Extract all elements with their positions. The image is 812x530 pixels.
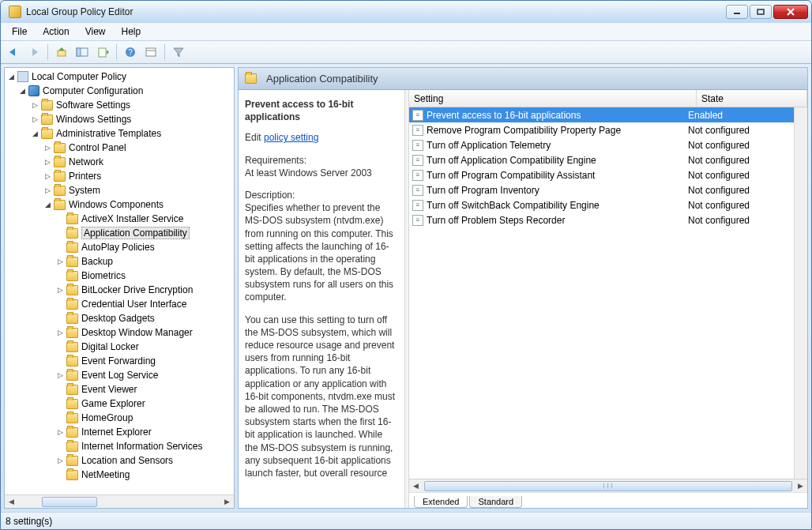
list-body[interactable]: ≡Prevent access to 16-bit applicationsEn… <box>409 107 794 479</box>
expand-icon[interactable]: ▷ <box>55 456 65 465</box>
tab-extended[interactable]: Extended <box>414 496 468 508</box>
scroll-left-icon[interactable]: ◀ <box>409 482 423 490</box>
tree-body[interactable]: ◢ Local Computer Policy ◢ Computer Confi… <box>5 68 234 494</box>
tree-item[interactable]: ▷Network <box>5 155 234 169</box>
list-row[interactable]: ≡Turn off Program InventoryNot configure… <box>409 182 794 197</box>
tree-software-settings[interactable]: ▷ Software Settings <box>5 98 234 112</box>
scroll-right-icon[interactable]: ▶ <box>794 482 807 490</box>
maximize-button[interactable] <box>750 5 772 19</box>
menu-file[interactable]: File <box>4 24 35 39</box>
list-row[interactable]: ≡Turn off Problem Steps RecorderNot conf… <box>409 212 794 227</box>
tree-item[interactable]: Biometrics <box>5 269 234 283</box>
expand-icon[interactable] <box>55 399 65 408</box>
expand-icon[interactable]: ▷ <box>43 143 52 152</box>
tree-item[interactable]: NetMeeting <box>5 468 234 482</box>
expand-icon[interactable] <box>55 356 65 366</box>
filter-button[interactable] <box>169 43 188 62</box>
scroll-left-icon[interactable]: ◀ <box>5 496 18 508</box>
tree-item[interactable]: Application Compatibility <box>5 226 234 240</box>
expand-icon[interactable] <box>55 342 65 351</box>
tree-item[interactable]: ▷Internet Explorer <box>5 425 234 439</box>
tree-item[interactable]: Credential User Interface <box>5 297 234 311</box>
tree-computer-config[interactable]: ◢ Computer Configuration <box>5 84 234 98</box>
tree-item[interactable]: ▷System <box>5 183 234 197</box>
tree-item[interactable]: Event Forwarding <box>5 354 234 368</box>
tree-item[interactable]: Game Explorer <box>5 397 234 411</box>
scroll-thumb[interactable] <box>424 481 792 491</box>
tree-item[interactable]: HomeGroup <box>5 411 234 425</box>
list-row[interactable]: ≡Turn off SwitchBack Compatibility Engin… <box>409 197 794 212</box>
list-row[interactable]: ≡Turn off Application TelemetryNot confi… <box>409 137 794 152</box>
expand-icon[interactable] <box>55 299 65 309</box>
expand-icon[interactable]: ▷ <box>43 171 52 181</box>
expand-icon[interactable]: ▷ <box>55 427 65 437</box>
collapse-icon[interactable]: ◢ <box>43 200 52 209</box>
tree-item[interactable]: ▷Control Panel <box>5 141 234 155</box>
tree-item[interactable]: ▷Event Log Service <box>5 368 234 382</box>
col-state[interactable]: State <box>697 90 807 107</box>
menu-view[interactable]: View <box>77 24 114 39</box>
close-button[interactable] <box>773 5 808 19</box>
list-row[interactable]: ≡Remove Program Compatibility Property P… <box>409 122 794 137</box>
scroll-right-icon[interactable]: ▶ <box>220 496 234 508</box>
tree-item[interactable]: ▷Location and Sensors <box>5 453 234 468</box>
properties-button[interactable] <box>141 43 160 62</box>
folder-icon <box>54 157 66 167</box>
tree-item[interactable]: AutoPlay Policies <box>5 240 234 254</box>
expand-icon[interactable] <box>55 470 65 479</box>
expand-icon[interactable] <box>55 314 65 323</box>
expand-icon[interactable]: ▷ <box>55 328 65 337</box>
list-vscrollbar[interactable] <box>794 107 807 479</box>
tree-item[interactable]: Event Viewer <box>5 382 234 397</box>
scroll-thumb[interactable] <box>42 497 97 507</box>
expand-icon[interactable]: ▷ <box>43 186 52 195</box>
expand-icon[interactable]: ▷ <box>55 285 65 295</box>
list-row[interactable]: ≡Turn off Program Compatibility Assistan… <box>409 167 794 182</box>
expand-icon[interactable] <box>55 228 65 238</box>
expand-icon[interactable]: ▷ <box>43 157 52 167</box>
expand-icon[interactable]: ▷ <box>55 257 65 266</box>
tree-item[interactable]: ▷Desktop Window Manager <box>5 325 234 340</box>
up-button[interactable] <box>52 43 71 62</box>
expand-icon[interactable] <box>55 271 65 280</box>
tree-item[interactable]: ActiveX Installer Service <box>5 212 234 226</box>
export-button[interactable] <box>93 43 112 62</box>
edit-policy-link[interactable]: policy setting <box>264 132 318 143</box>
menu-help[interactable]: Help <box>114 24 149 39</box>
tree-windows-components[interactable]: ◢ Windows Components <box>5 197 234 212</box>
show-hide-tree-button[interactable] <box>73 43 92 62</box>
menu-action[interactable]: Action <box>35 24 77 39</box>
collapse-icon[interactable]: ◢ <box>6 72 16 81</box>
list-row[interactable]: ≡Turn off Application Compatibility Engi… <box>409 152 794 167</box>
help-button[interactable]: ? <box>121 43 140 62</box>
forward-button[interactable] <box>24 43 43 62</box>
tree-item[interactable]: Digital Locker <box>5 340 234 354</box>
tree-item[interactable]: ▷Backup <box>5 254 234 269</box>
list-row[interactable]: ≡Prevent access to 16-bit applicationsEn… <box>409 107 794 122</box>
expand-icon[interactable]: ▷ <box>55 370 65 380</box>
expand-icon[interactable] <box>55 242 65 252</box>
expand-icon[interactable]: ▷ <box>30 100 39 110</box>
col-setting[interactable]: Setting <box>409 90 697 107</box>
collapse-icon[interactable]: ◢ <box>17 86 27 96</box>
collapse-icon[interactable]: ◢ <box>30 129 39 138</box>
minimize-button[interactable] <box>726 5 748 19</box>
expand-icon[interactable] <box>55 442 65 451</box>
tree-root[interactable]: ◢ Local Computer Policy <box>5 70 234 84</box>
policy-icon <box>17 71 28 82</box>
expand-icon[interactable] <box>55 385 65 394</box>
tree-admin-templates[interactable]: ◢ Administrative Templates <box>5 126 234 141</box>
tree-windows-settings[interactable]: ▷ Windows Settings <box>5 112 234 126</box>
expand-icon[interactable]: ▷ <box>30 115 39 124</box>
tabs-strip: Extended Standard <box>409 492 807 508</box>
list-hscrollbar[interactable]: ◀ ▶ <box>409 479 807 492</box>
tree-item[interactable]: ▷Printers <box>5 169 234 183</box>
back-button[interactable] <box>4 43 23 62</box>
expand-icon[interactable] <box>55 214 65 224</box>
tree-hscrollbar[interactable]: ◀ ▶ <box>5 494 234 508</box>
expand-icon[interactable] <box>55 413 65 423</box>
tree-item[interactable]: Internet Information Services <box>5 439 234 453</box>
tree-item[interactable]: ▷BitLocker Drive Encryption <box>5 283 234 297</box>
tab-standard[interactable]: Standard <box>469 496 522 508</box>
tree-item[interactable]: Desktop Gadgets <box>5 311 234 325</box>
